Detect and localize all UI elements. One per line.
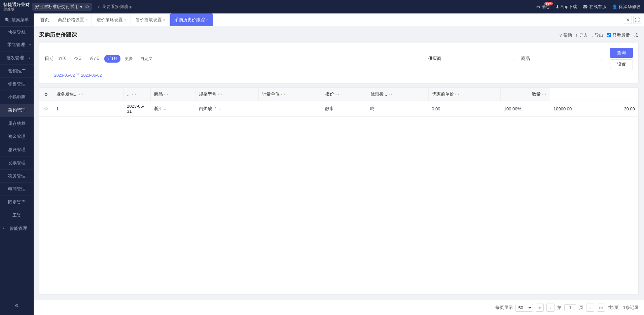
sidebar-item-sales[interactable]: 销售管理 bbox=[0, 78, 34, 91]
content-area: 首页 商品价格设置 × 进价策略设置 × 售价提取设置 × 采购历史价跟踪 × … bbox=[34, 13, 644, 315]
prev-page-btn[interactable]: ‹ bbox=[546, 304, 554, 312]
supplier-dots[interactable]: ... bbox=[512, 56, 516, 61]
sort-icon: ▲▼ bbox=[131, 93, 137, 96]
sidebar-item-smart[interactable]: • 智能管理 bbox=[0, 222, 34, 235]
only-last-input[interactable] bbox=[607, 33, 611, 37]
tab-close-icon[interactable]: × bbox=[163, 18, 165, 22]
sidebar-item-retail[interactable]: 零售管理 ▾ bbox=[0, 38, 34, 51]
date-filter: 日期 昨天 今天 近7天 近1月 更多 自定义 bbox=[45, 55, 155, 63]
row-pre-discount-price: 10900.00 bbox=[550, 101, 602, 117]
user-btn[interactable]: 👤 徐泽华修改 bbox=[612, 4, 641, 10]
sort-price[interactable]: 报价 ▲▼ bbox=[325, 91, 363, 97]
sidebar-item-wholesale[interactable]: 批发管理 ▲ bbox=[0, 51, 34, 65]
next-page-btn[interactable]: › bbox=[586, 304, 594, 312]
sort-date[interactable]: 业务发生... ▲▼ bbox=[57, 91, 120, 97]
column-settings-icon[interactable]: ⚙ bbox=[44, 92, 48, 97]
import-btn[interactable]: ↑ 导入 bbox=[575, 32, 588, 38]
sidebar-item-finance[interactable]: 资金管理 bbox=[0, 130, 34, 143]
chevron-icon: ▲ bbox=[28, 56, 31, 60]
sort-icon: ▲▼ bbox=[78, 93, 83, 96]
data-table-wrap: ⚙ 业务发生... ▲▼ ... bbox=[39, 88, 639, 294]
tab-home[interactable]: 首页 bbox=[36, 13, 53, 26]
tab-close-icon[interactable]: × bbox=[124, 18, 126, 22]
close-tab-btn[interactable]: ✕ bbox=[624, 16, 632, 24]
supplier-input[interactable] bbox=[443, 56, 511, 61]
tab-purchase-history[interactable]: 采购历史价跟踪 × bbox=[170, 13, 213, 26]
download-icon: ⬇ bbox=[556, 4, 559, 9]
sort-unit[interactable]: 计量单位 ▲▼ bbox=[262, 91, 318, 97]
table-row: ⚙ 1 2023-05-31 浙江... 丙烯酸-2-... 散水 吨 0.00… bbox=[39, 101, 638, 117]
filter-settings-btn[interactable]: 设置 bbox=[610, 59, 633, 69]
sort-quantity[interactable]: 数量 ▲▼ bbox=[504, 91, 547, 97]
sort-discount[interactable]: 优惠折... ▲▼ bbox=[370, 91, 425, 97]
sort-spec[interactable]: 规格型号 ▲▼ bbox=[199, 91, 255, 97]
dot-icon: • bbox=[3, 225, 5, 232]
sidebar-search[interactable]: 🔍 搜索菜单 bbox=[0, 13, 34, 27]
first-page-btn[interactable]: ⏮ bbox=[536, 304, 544, 312]
row-gear[interactable]: ⚙ bbox=[39, 101, 53, 117]
sidebar-item-inventory[interactable]: 库存核算 bbox=[0, 117, 34, 130]
sort-icon: ▲▼ bbox=[217, 93, 222, 96]
date-btn-more[interactable]: 更多 bbox=[122, 55, 136, 63]
tab-goods-price[interactable]: 商品价格设置 × bbox=[54, 13, 92, 26]
app-download-btn[interactable]: ⬇ App下载 bbox=[556, 4, 577, 10]
tab-close-icon[interactable]: × bbox=[206, 18, 208, 22]
row-index: 1 bbox=[53, 101, 123, 117]
export-btn[interactable]: ↓ 导出 bbox=[591, 32, 604, 38]
th-discount: 优惠折... ▲▼ bbox=[367, 88, 428, 101]
tabbar: 首页 商品价格设置 × 进价策略设置 × 售价提取设置 × 采购历史价跟踪 × … bbox=[34, 13, 644, 26]
help-btn[interactable]: ? 帮助 bbox=[560, 32, 572, 38]
sidebar-quick-nav[interactable]: 快捷导航 bbox=[0, 27, 34, 38]
th-goods: 商品 ▲▼ bbox=[150, 88, 195, 101]
sort-pre-discount[interactable]: 优惠前单价 ▲▼ bbox=[432, 91, 497, 97]
goods-dots[interactable]: ... bbox=[601, 56, 605, 61]
date-btn-yesterday[interactable]: 昨天 bbox=[56, 55, 70, 63]
last-page-btn[interactable]: ⏭ bbox=[597, 304, 605, 312]
row-discount: 100.00% bbox=[501, 101, 550, 117]
date-btn-today[interactable]: 今天 bbox=[71, 55, 85, 63]
sort-icon: ▲▼ bbox=[335, 93, 340, 96]
only-last-checkbox[interactable]: 只看最后一次 bbox=[607, 32, 639, 38]
sidebar-item-tax[interactable]: 税务管理 bbox=[0, 170, 34, 183]
date-btn-7days[interactable]: 近7天 bbox=[86, 55, 103, 63]
sort-goods[interactable]: 商品 ▲▼ bbox=[154, 91, 192, 97]
sidebar-item-marketing[interactable]: 营销推广 bbox=[0, 65, 34, 78]
maximize-btn[interactable]: ⛶ bbox=[633, 16, 641, 24]
date-btn-1month[interactable]: 近1月 bbox=[104, 55, 121, 63]
sidebar-settings-btn[interactable]: ⚙ bbox=[0, 300, 34, 312]
demo-link[interactable]: ○ 我要看实例演示 bbox=[98, 4, 133, 10]
goods-filter: 商品 ... bbox=[521, 55, 605, 62]
sidebar-item-general-ledger[interactable]: 总账管理 bbox=[0, 143, 34, 156]
sidebar-item-ecommerce-small[interactable]: 小畅电商 bbox=[0, 91, 34, 104]
online-service-btn[interactable]: ☎ 在线客服 bbox=[582, 4, 607, 10]
sidebar-item-invoice[interactable]: 发票管理 bbox=[0, 156, 34, 170]
tab-purchase-strategy[interactable]: 进价策略设置 × bbox=[93, 13, 131, 26]
filter-bar: 日期 昨天 今天 近7天 近1月 更多 自定义 供应商 bbox=[39, 43, 639, 83]
th-pre-discount: 优惠前单价 ▲▼ bbox=[428, 88, 500, 101]
page-input[interactable] bbox=[564, 304, 576, 311]
page-header: 采购历史价跟踪 ? 帮助 ↑ 导入 ↓ 导出 bbox=[39, 32, 639, 39]
help-icon: ? bbox=[560, 33, 562, 38]
table-header-row: ⚙ 业务发生... ▲▼ ... bbox=[39, 88, 638, 101]
message-icon: ✉ bbox=[536, 4, 540, 9]
th-spec: 规格型号 ▲▼ bbox=[195, 88, 259, 101]
goods-input[interactable] bbox=[532, 56, 599, 61]
sidebar-item-ecommerce[interactable]: 电商管理 bbox=[0, 183, 34, 196]
page-size-select[interactable]: 50 100 200 bbox=[515, 304, 533, 312]
page-actions: ? 帮助 ↑ 导入 ↓ 导出 只看最后一次 bbox=[560, 32, 639, 38]
tab-price-extract[interactable]: 售价提取设置 × bbox=[132, 13, 170, 26]
product-selector[interactable]: 好业财标准版交付试用 ▾ ⚙ bbox=[32, 3, 92, 11]
sort-extra[interactable]: ... ▲▼ bbox=[127, 92, 147, 97]
sidebar: 🔍 搜索菜单 快捷导航 零售管理 ▾ 批发管理 ▲ 营销推广 销售管理 小畅电商… bbox=[0, 13, 34, 315]
query-button[interactable]: 查询 bbox=[610, 48, 633, 58]
sidebar-item-fixed-assets[interactable]: 固定资产 bbox=[0, 196, 34, 209]
date-btn-custom[interactable]: 自定义 bbox=[137, 55, 155, 63]
message-btn[interactable]: ✉ 消息 99+ bbox=[536, 4, 550, 10]
sidebar-item-salary[interactable]: 工资 bbox=[0, 209, 34, 222]
sidebar-item-purchase[interactable]: 采购管理 bbox=[0, 104, 34, 117]
page-label: 第 bbox=[557, 305, 562, 311]
tab-close-icon[interactable]: × bbox=[85, 18, 87, 22]
app-logo: 畅捷通好业财 标准版 bbox=[3, 2, 30, 12]
search-icon: 🔍 bbox=[5, 18, 10, 23]
row-quoted-price: 0.00 bbox=[428, 101, 500, 117]
